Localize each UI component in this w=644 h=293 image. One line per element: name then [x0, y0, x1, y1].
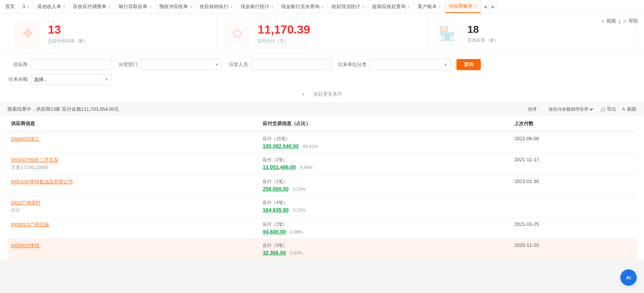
tx-amount[interactable]: 32,366.00 [263, 250, 286, 256]
result-bar: 搜索结果中，供应商13家 应付金额111,703,854.00元 排序： 按应付… [0, 103, 644, 116]
close-icon[interactable]: × [63, 4, 65, 9]
supplier-link[interactable]: [000012]广州贝瑞 [11, 222, 49, 227]
result-summary-text: 搜索结果中，供应商13家 应付金额111,703,854.00元 [7, 106, 119, 113]
nav-tab-receipt-stats[interactable]: 收款情况统计 × [328, 0, 368, 13]
filter-row-2: 往来余额 选择... ▼ [7, 74, 637, 85]
summary-text-total: 11,170.39 应付合计（万） [258, 23, 419, 44]
last-payment-date: 2021-11-17 [511, 153, 637, 175]
nav-tab-cash-bank-flow[interactable]: 现金银行流水查询 × [277, 0, 328, 13]
supplier-cell: [000007]恒旺二手叉车王通 17106110000 [7, 153, 259, 175]
supplier-sub-info: 仔仔 [11, 207, 255, 214]
tx-cell: 应付（4笔）164,635.900.15% [259, 196, 511, 218]
nav-next-arrow[interactable]: ▶ [489, 0, 497, 13]
help-links: ⊙ 视频 | ⊙ 帮助 [601, 18, 638, 24]
nav-tab-ar-ap-adjust[interactable]: 应收应付调整单 × [69, 0, 115, 13]
total-supplier-label: 总供应商（家） [468, 37, 629, 44]
close-icon[interactable]: × [149, 4, 151, 9]
close-icon[interactable]: × [407, 4, 410, 9]
supplier-link[interactable]: [000001]张三 [11, 136, 39, 142]
close-icon[interactable]: × [230, 4, 232, 9]
nav-tab-bank-deposit[interactable]: 银行存取款单 × [115, 0, 155, 13]
category-filter-label: 往来单位分类 [338, 61, 367, 68]
nav-tab-cash-bank-stats[interactable]: 现金银行统计 × [237, 0, 277, 13]
data-table-wrap: 供应商信息 应付交易信息（占比） 上次付数 [000001]张三应付（15笔）1… [0, 116, 644, 260]
ai-badge[interactable]: Ai [620, 269, 637, 286]
refresh-action[interactable]: ↻ 刷新 [622, 106, 637, 113]
query-button[interactable]: 查询 [456, 59, 481, 70]
close-icon[interactable]: × [475, 4, 477, 8]
supplier-link[interactable]: [000100]本特勤油品有限公司 [11, 179, 73, 185]
last-payment-date: 2020-11-20 [511, 239, 637, 260]
supplier-link[interactable]: [000002]李四 [11, 243, 39, 248]
person-input[interactable] [251, 59, 332, 70]
tx-percentage: 89.61% [303, 144, 318, 149]
filter-item-supplier: 供应商 ··· [7, 59, 112, 70]
nav-tab-receipt-exec[interactable]: 收款核销执行 × [196, 0, 237, 13]
supplier-cell: [000012]广州贝瑞 [7, 218, 259, 239]
supplier-link[interactable]: [001]广州荣轩 [11, 200, 41, 206]
refresh-icon: ↻ [622, 107, 626, 112]
payable-total-label: 应付合计（万） [258, 38, 419, 44]
close-icon[interactable]: × [271, 4, 273, 9]
payable-total-icon: ✿ [224, 21, 250, 46]
tx-label: 应付（2笔） [263, 221, 507, 228]
tx-amount[interactable]: 164,635.90 [263, 207, 288, 213]
payable-supplier-count: 13 [48, 23, 209, 37]
tx-percentage: 0.15% [293, 208, 305, 213]
last-payment-date: 2022-08-08 [511, 132, 637, 153]
supplier-cell: [001]广州荣轩仔仔 [7, 196, 259, 218]
dept-select[interactable] [141, 59, 222, 70]
close-icon[interactable]: × [321, 4, 323, 9]
nav-tab-other-income[interactable]: 其他收入单 × [34, 0, 69, 13]
payable-total-amount: 11,170.39 [258, 23, 419, 37]
filter-area: 供应商 ··· 分管部门 ▼ 分管人员 ··· 往来单位分类 [0, 54, 644, 103]
close-icon[interactable]: × [27, 4, 29, 9]
supplier-table: 供应商信息 应付交易信息（占比） 上次付数 [000001]张三应付（15笔）1… [7, 116, 637, 260]
supplier-filter-label: 供应商 [7, 61, 28, 68]
tx-cell: 应付（2笔）11,051,486.009.89% [259, 153, 511, 175]
tx-cell: 应付（5笔）32,366.000.03% [259, 239, 511, 260]
tx-amount[interactable]: 100,092,540.00 [263, 143, 298, 149]
tx-amount-row: 11,051,486.009.89% [263, 163, 507, 170]
person-filter-label: 分管人员 [228, 61, 248, 68]
tx-cell: 应付（1笔）258,000.000.23% [259, 175, 511, 196]
video-link[interactable]: ⊙ 视频 [601, 18, 616, 24]
tx-percentage: 9.89% [300, 165, 313, 170]
supplier-cell: [000001]张三 [7, 132, 259, 153]
nav-prev-arrow[interactable]: ◀ [481, 0, 489, 13]
tx-cell: 应付（15笔）100,092,540.0089.61% [259, 132, 511, 153]
category-select[interactable] [370, 59, 451, 70]
summary-text-payable: 13 总应付供应商（家） [48, 23, 209, 44]
help-link[interactable]: ⊙ 帮助 [623, 18, 638, 24]
collapse-bar[interactable]: ∧ 收起更多条件 [7, 89, 637, 100]
filter-item-dept: 分管部门 ▼ [118, 59, 222, 70]
close-icon[interactable]: × [108, 4, 111, 9]
filter-item-person: 分管人员 ··· [228, 59, 332, 70]
sort-select[interactable]: 按应付余额倒序排序 [547, 106, 594, 112]
summary-text-supplier: 18 总供应商（家） [468, 23, 629, 44]
nav-tab-customer-ledger[interactable]: 客户账本 × [414, 0, 445, 13]
tx-percentage: 0.08% [290, 230, 302, 235]
close-icon[interactable]: × [190, 4, 192, 9]
nav-tab-prepay-offset[interactable]: 预收冲应收单 × [155, 0, 196, 13]
supplier-link[interactable]: [000007]恒旺二手叉车 [11, 157, 59, 163]
tx-label: 应付（15笔） [263, 136, 507, 142]
nav-tab-3[interactable]: 3 × [19, 0, 34, 13]
nav-tab-home[interactable]: 首页 [1, 0, 19, 13]
balance-select[interactable]: 选择... [31, 74, 112, 85]
close-icon[interactable]: × [439, 4, 441, 9]
summary-bar: ❖ 13 总应付供应商（家） ✿ 11,170.39 应付合计（万） 🏪 18 … [0, 13, 644, 54]
close-icon[interactable]: × [362, 4, 364, 9]
nav-tab-overdue-ar[interactable]: 超期应收款查询 × [368, 0, 414, 13]
export-action[interactable]: ⬜ 导出 [600, 106, 616, 113]
tx-label: 应付（2笔） [263, 157, 507, 163]
tx-amount[interactable]: 11,051,486.00 [263, 164, 296, 170]
table-row: [000012]广州贝瑞应付（2笔）94,600.000.08%2021-03-… [7, 218, 637, 239]
supplier-input[interactable] [31, 59, 112, 70]
tx-label: 应付（5笔） [263, 242, 507, 249]
tx-amount[interactable]: 94,600.00 [263, 229, 286, 235]
tx-percentage: 0.03% [290, 251, 302, 256]
tx-amount[interactable]: 258,000.00 [263, 186, 288, 192]
nav-tab-supplier-ledger[interactable]: 供应商账本 × [445, 0, 481, 13]
table-row: [000100]本特勤油品有限公司应付（1笔）258,000.000.23%20… [7, 175, 637, 196]
